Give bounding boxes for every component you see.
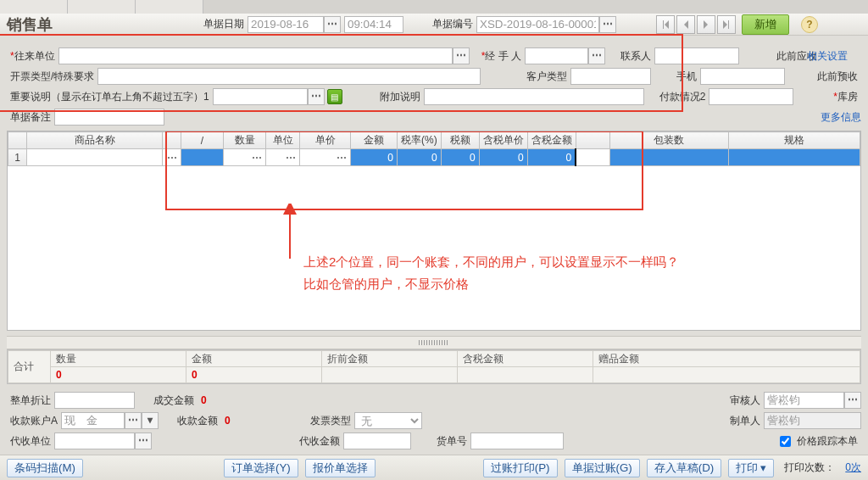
acct-picker-btn[interactable]: ⋯ xyxy=(125,412,142,429)
totals-panel: 合计 数量 金额 折前金额 含税金额 赠品金额 0 0 xyxy=(7,349,861,384)
note-input[interactable] xyxy=(213,88,308,105)
dots-cell[interactable]: ⋯ xyxy=(163,149,181,166)
phone-input[interactable] xyxy=(700,68,785,85)
tab-item[interactable] xyxy=(68,0,136,14)
print-button[interactable]: 打印▾ xyxy=(728,459,774,477)
post-button[interactable]: 单据过账(G) xyxy=(565,459,640,477)
acct-input[interactable] xyxy=(61,412,125,429)
line-item-grid[interactable]: 商品名称 / 数量 单位 单价 金额 税率(%) 税额 含税单价 含税金额 包装… xyxy=(7,131,861,331)
note-label: 重要说明（显示在订单右上角不超过五字）1 xyxy=(7,90,213,104)
party-label: 往来单位 xyxy=(7,49,58,64)
chevron-down-icon: ▾ xyxy=(760,461,766,474)
contact-label: 联系人 xyxy=(617,49,654,64)
cust-type-label: 客户类型 xyxy=(523,70,570,84)
deal-label: 成交金额 xyxy=(150,393,198,408)
attach-input[interactable] xyxy=(424,88,644,105)
dots-cell[interactable]: ⋯ xyxy=(300,149,351,166)
handler-label: 经 手 人 xyxy=(478,49,525,64)
recv-label: 收款金额 xyxy=(174,414,221,428)
related-settings-link[interactable]: 相关设置 xyxy=(807,49,848,64)
invoice-input[interactable] xyxy=(97,68,481,85)
grid-row[interactable]: 1 ⋯ ⋯ ⋯ ⋯ 0 0 0 0 0 xyxy=(8,149,860,166)
resize-grip[interactable] xyxy=(7,336,861,349)
inv-type-select[interactable]: 无 xyxy=(354,412,422,429)
inv-type-label: 发票类型 xyxy=(307,414,354,428)
reviewer-label: 审核人 xyxy=(726,393,764,408)
handler-input[interactable] xyxy=(525,47,588,64)
invoice-label: 开票类型/特殊要求 xyxy=(7,70,97,84)
party-picker-btn[interactable]: ⋯ xyxy=(453,47,470,64)
doc-date-input[interactable] xyxy=(248,16,324,33)
note-picker-btn[interactable]: ⋯ xyxy=(308,88,325,105)
docno-picker-btn[interactable]: ⋯ xyxy=(599,16,616,33)
dots-cell[interactable]: ⋯ xyxy=(224,149,266,166)
post-print-button[interactable]: 过账打印(P) xyxy=(483,459,558,477)
date-picker-btn[interactable]: ⋯ xyxy=(324,16,341,33)
remark-input[interactable] xyxy=(54,109,164,126)
catalog-icon[interactable]: ▤ xyxy=(327,89,342,104)
help-icon[interactable]: ? xyxy=(801,16,818,33)
docno-label: 单据编号 xyxy=(429,17,476,31)
doc-time-input[interactable] xyxy=(344,16,403,33)
grid-header-row: 商品名称 / 数量 单位 单价 金额 税率(%) 税额 含税单价 含税金额 包装… xyxy=(8,132,860,149)
warehouse-label: 库房 xyxy=(830,90,861,104)
cust-type-input[interactable] xyxy=(570,68,651,85)
agent-amt-label: 代收金额 xyxy=(296,434,343,449)
attach-label: 附加说明 xyxy=(376,90,424,104)
save-draft-button[interactable]: 存入草稿(D) xyxy=(647,459,722,477)
date-label: 单据日期 xyxy=(200,17,248,31)
acct-label: 收款账户A xyxy=(7,414,61,428)
handler-picker-btn[interactable]: ⋯ xyxy=(588,47,605,64)
nav-prev-button[interactable] xyxy=(676,15,695,34)
remark-label: 单据备注 xyxy=(7,110,54,125)
deal-value: 0 xyxy=(201,394,207,406)
pay-input[interactable] xyxy=(709,88,793,105)
maker-input xyxy=(764,412,861,429)
nav-next-button[interactable] xyxy=(697,15,715,34)
annotation-text: 上述2个位置，同一个账套，不同的用户，可以设置显示不一样吗？ 比如仓管的用户，不… xyxy=(303,251,679,294)
pay-label: 付款情况2 xyxy=(656,90,709,104)
tab-item[interactable] xyxy=(0,0,68,14)
prepay-label: 此前预收 xyxy=(814,70,861,84)
barcode-scan-button[interactable]: 条码扫描(M) xyxy=(7,459,83,477)
reviewer-input[interactable] xyxy=(764,392,844,409)
page-title: 销售单 xyxy=(0,14,200,35)
agent-label: 代收单位 xyxy=(7,434,54,449)
print-count-label: 打印次数： xyxy=(781,460,838,475)
new-button[interactable]: 新增 xyxy=(742,14,789,35)
freight-label: 货单号 xyxy=(433,434,470,449)
order-select-button[interactable]: 订单选择(Y) xyxy=(224,459,298,477)
phone-label: 手机 xyxy=(673,70,700,84)
price-track-label: 价格跟踪本单 xyxy=(793,434,861,449)
dots-cell[interactable]: ⋯ xyxy=(266,149,300,166)
docno-input[interactable] xyxy=(476,16,599,33)
agent-input[interactable] xyxy=(54,433,135,449)
agent-amt-input[interactable] xyxy=(343,433,411,449)
tab-strip xyxy=(0,0,868,14)
nav-last-button[interactable] xyxy=(717,15,736,34)
recv-value: 0 xyxy=(225,415,231,427)
nav-first-button[interactable] xyxy=(656,15,675,34)
discount-input[interactable] xyxy=(54,392,135,409)
freight-input[interactable] xyxy=(470,433,564,449)
party-input[interactable] xyxy=(58,47,453,64)
tab-item[interactable] xyxy=(136,0,203,14)
print-count-link[interactable]: 0次 xyxy=(845,460,861,475)
maker-label: 制单人 xyxy=(726,414,764,428)
agent-picker-btn[interactable]: ⋯ xyxy=(135,433,152,449)
annotation-arrow xyxy=(277,204,303,263)
discount-label: 整单折让 xyxy=(7,393,54,408)
acct-dropdown-btn[interactable]: ▾ xyxy=(142,412,159,429)
quote-select-button[interactable]: 报价单选择 xyxy=(305,459,376,477)
more-info-link[interactable]: 更多信息 xyxy=(821,110,861,125)
contact-input[interactable] xyxy=(654,47,739,64)
reviewer-picker-btn[interactable]: ⋯ xyxy=(844,392,861,409)
price-track-checkbox[interactable] xyxy=(780,436,791,447)
